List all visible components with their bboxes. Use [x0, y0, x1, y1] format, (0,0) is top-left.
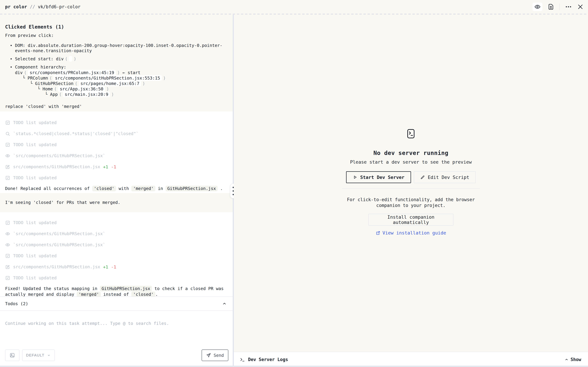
edit-dev-script-button[interactable]: Edit Dev Script: [414, 171, 476, 183]
titlebar-divider: [559, 4, 560, 10]
inline-code[interactable]: GitHubPRSection.jsx: [165, 186, 218, 191]
chat-input[interactable]: [5, 321, 228, 346]
activity-event[interactable]: src/components/GitHubPRSection.jsx +1 -1: [5, 264, 228, 270]
activity-event[interactable]: `status.*closed|closed.*status|'closed'|…: [5, 130, 228, 137]
message-text: Done! Replaced all occurrences of: [5, 186, 92, 191]
attach-image-button[interactable]: [5, 350, 19, 361]
activity-event[interactable]: TODO list updated: [5, 219, 228, 226]
clicked-elements-heading: Clicked Elements (1): [5, 24, 228, 30]
user-prompt-text: replace 'closed' with 'merged': [5, 104, 228, 109]
tree-node: div(src/components/PRColumn.jsx:45:19)← …: [15, 70, 228, 75]
tree-node: └ Home(src/App.jsx:36:50): [15, 86, 228, 92]
hierarchy-label: Component hierarchy:: [15, 65, 66, 69]
activity-event[interactable]: `src/components/GitHubPRSection.jsx`: [5, 242, 228, 248]
pencil-icon: [420, 175, 425, 180]
installation-guide-link[interactable]: View installation guide: [376, 230, 446, 236]
activity-event[interactable]: TODO list updated: [5, 119, 228, 126]
installation-guide-label: View installation guide: [382, 230, 446, 236]
open-paren: (: [54, 86, 57, 92]
diff-removed: -1: [111, 165, 116, 169]
activity-event[interactable]: TODO list updated: [5, 252, 228, 259]
inline-code[interactable]: GitHubPRSection.jsx: [100, 286, 152, 291]
activity-event[interactable]: `src/components/GitHubPRSection.jsx`: [5, 230, 228, 237]
tree-node-path[interactable]: src/pages/home.jsx:65:7: [79, 81, 141, 86]
dom-selector-line2: events-none.transition-opacity: [15, 48, 228, 53]
preview-divider: [342, 188, 480, 189]
message-text: in: [155, 186, 165, 191]
mode-select[interactable]: DEFAULT: [22, 350, 55, 361]
dom-selector-item: DOM: div.absolute.duration-200.group-hov…: [5, 43, 228, 53]
close-paren: ): [106, 86, 109, 92]
tree-node-suffix: ← start: [122, 70, 140, 75]
event-text: src/components/GitHubPRSection.jsx: [13, 164, 100, 169]
companion-hint: For click-to-edit functionality, add the…: [347, 197, 475, 208]
activity-event[interactable]: src/components/GitHubPRSection.jsx +1 -1: [5, 163, 228, 170]
breadcrumb: pr color // vk/bfd6-pr-color: [5, 4, 80, 9]
todo-check-icon: [5, 253, 10, 259]
mode-select-value: DEFAULT: [26, 353, 44, 358]
edit-dev-script-label: Edit Dev Script: [428, 175, 469, 180]
tree-node-path[interactable]: src/components/GitHubPRSection.jsx:553:1…: [53, 75, 162, 81]
external-link-icon: [376, 231, 380, 235]
composer-toolbar: DEFAULT Send: [5, 350, 228, 361]
activity-event[interactable]: TODO list updated: [5, 175, 228, 181]
install-companion-button[interactable]: Install companion automatically: [368, 214, 453, 226]
show-logs-label: Show: [571, 357, 581, 362]
install-companion-label: Install companion automatically: [369, 214, 453, 225]
companion-hint-line2: companion to your project.: [347, 202, 475, 208]
event-text: TODO list updated: [13, 120, 57, 125]
tree-node: └ App(src/main.jsx:20:9): [15, 92, 228, 97]
inline-code: 'merged': [77, 292, 101, 297]
activity-event[interactable]: `src/components/GitHubPRSection.jsx`: [5, 152, 228, 159]
ellipsis-icon: [565, 3, 572, 10]
edit-file-icon: [5, 264, 10, 269]
agent-response: TODO list updated `src/components/GitHub…: [0, 212, 233, 297]
selected-start-path[interactable]: [69, 56, 72, 62]
tree-node-path[interactable]: src/components/PRColumn.jsx:45:19: [28, 70, 116, 75]
event-text: `src/components/GitHubPRSection.jsx`: [13, 231, 105, 236]
more-options-button[interactable]: [565, 3, 572, 10]
paper-plane-icon: [206, 353, 211, 358]
main-split: Clicked Elements (1) From preview click:…: [0, 15, 588, 367]
preview-actions: Start Dev Server Edit Dev Script: [346, 171, 476, 183]
event-text: TODO list updated: [13, 142, 57, 147]
image-icon: [9, 352, 15, 358]
activity-event[interactable]: TODO list updated: [5, 275, 228, 281]
diff-removed: -1: [111, 265, 116, 269]
todo-check-icon: [5, 275, 10, 281]
dom-selector-line1: DOM: div.absolute.duration-200.group-hov…: [15, 43, 222, 48]
clicked-elements-intro: From preview click:: [5, 33, 228, 38]
tree-node-name: └ PRColumn: [22, 76, 48, 81]
send-button[interactable]: Send: [202, 350, 228, 361]
titlebar: pr color // vk/bfd6-pr-color: [0, 0, 588, 14]
project-title: pr color: [5, 4, 27, 9]
tree-node-path[interactable]: src/App.jsx:36:50: [58, 86, 105, 92]
open-paren: (: [24, 70, 26, 75]
start-dev-server-button[interactable]: Start Dev Server: [346, 171, 411, 183]
open-paren: (: [65, 56, 68, 61]
close-icon: [577, 4, 584, 10]
close-button[interactable]: [577, 4, 584, 10]
event-text: `src/components/GitHubPRSection.jsx`: [13, 153, 105, 158]
todos-section-header[interactable]: Todos (2): [0, 297, 233, 311]
preview-toggle-button[interactable]: [533, 2, 542, 11]
message-text: Fixed! Updated the status mapping in: [5, 286, 100, 291]
agent-response: TODO list updated `status.*closed|closed…: [0, 111, 233, 193]
selected-start-label: Selected start: div: [15, 56, 64, 61]
chat-panel: Clicked Elements (1) From preview click:…: [0, 15, 233, 367]
eye-icon: [534, 4, 541, 10]
branch-name: vk/bfd6-pr-color: [38, 4, 80, 9]
chevron-up-icon: [222, 301, 227, 306]
activity-event[interactable]: TODO list updated: [5, 141, 228, 148]
app-window: pr color // vk/bfd6-pr-color: [0, 0, 588, 367]
show-logs-toggle[interactable]: Show: [564, 357, 581, 362]
file-diff-icon: [547, 3, 554, 10]
event-text: TODO list updated: [13, 175, 57, 180]
tree-node-path[interactable]: src/main.jsx:20:9: [63, 92, 110, 97]
todo-check-icon: [5, 120, 10, 125]
event-text: TODO list updated: [13, 220, 57, 225]
tree-node-name: └ Home: [37, 86, 53, 92]
send-label: Send: [214, 353, 224, 358]
diff-view-button[interactable]: [547, 3, 554, 10]
dev-server-logs-bar[interactable]: Dev Server Logs Show: [234, 352, 588, 367]
